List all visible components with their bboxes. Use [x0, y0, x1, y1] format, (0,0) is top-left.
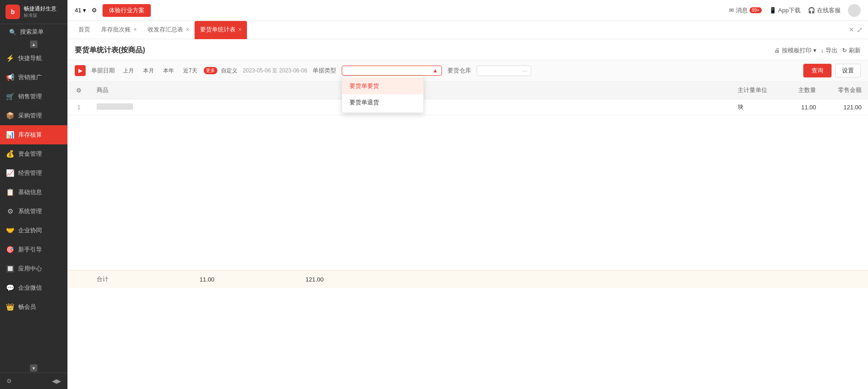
close-all-icon[interactable]: × — [849, 25, 854, 35]
print-button[interactable]: 🖨 按模板打印 ▾ — [774, 46, 817, 55]
phone-icon: 📱 — [769, 7, 776, 14]
search-icon: 🔍 — [9, 29, 16, 36]
nav-icon-8: ⚙ — [5, 207, 15, 216]
search-menu-item[interactable]: 🔍 搜索菜单 — [0, 24, 67, 40]
app-download-label: App下载 — [778, 6, 801, 15]
sidebar-item-企业微信[interactable]: 💬企业微信 — [0, 278, 67, 297]
main-table: ⚙ 商品 主计量单位 主数量 零售金额 1 块 11.00 121.00 — [67, 82, 868, 115]
nav-label-3: 采购管理 — [18, 112, 42, 120]
store-selector[interactable]: 41 ▾ — [75, 7, 86, 14]
refresh-button[interactable]: ↻ 刷新 — [842, 46, 861, 55]
table-header-row: ⚙ 商品 主计量单位 主数量 零售金额 — [67, 82, 868, 99]
headset-icon: 🎧 — [808, 7, 815, 14]
warehouse-label: 要货仓库 — [447, 67, 471, 75]
cell-unit-0: 块 — [731, 99, 777, 115]
page-actions: 🖨 按模板打印 ▾ ↓ 导出 ↻ 刷新 — [774, 46, 861, 55]
nav-label-1: 营销推广 — [18, 73, 42, 82]
app-download-item[interactable]: 📱 App下载 — [769, 6, 801, 15]
sidebar-item-销售管理[interactable]: 🛒销售管理 — [0, 87, 67, 106]
sidebar-item-采购管理[interactable]: 📦采购管理 — [0, 106, 67, 125]
table-spacer — [67, 115, 868, 270]
tab-close-1[interactable]: × — [134, 26, 137, 33]
sidebar-item-快捷导航[interactable]: ⚡快捷导航 — [0, 49, 67, 68]
filter-toggle-btn[interactable]: ▶ — [75, 65, 86, 76]
sidebar-item-系统管理[interactable]: ⚙系统管理 — [0, 202, 67, 221]
date-7days-btn[interactable]: 近7天 — [180, 66, 200, 76]
print-chevron-icon: ▾ — [813, 47, 817, 54]
tab-1[interactable]: 库存批次账× — [96, 21, 142, 39]
date-custom-btn[interactable]: 自定义 — [221, 67, 237, 75]
sidebar-item-企业协同[interactable]: 🤝企业协同 — [0, 221, 67, 240]
nav-icon-4: 📊 — [5, 130, 15, 139]
filter-dates: 上月 本月 本年 近7天 更多 自定义 — [120, 66, 237, 76]
date-more-badge[interactable]: 更多 — [204, 67, 217, 74]
nav-icon-13: 👑 — [5, 302, 15, 312]
sidebar-item-基础信息[interactable]: 📋基础信息 — [0, 183, 67, 202]
sidebar: b 畅捷通好生意 标准版 🔍 搜索菜单 ▲ ⚡快捷导航📢营销推广🛒销售管理📦采购… — [0, 0, 67, 389]
tab-close-2[interactable]: × — [186, 26, 189, 33]
cell-qty-0: 11.00 — [777, 99, 822, 115]
header-left: 41 ▾ ⚙ 体验行业方案 — [75, 4, 151, 17]
th-amount: 零售金额 — [822, 82, 868, 99]
tab-0[interactable]: 首页 — [73, 21, 96, 39]
export-button[interactable]: ↓ 导出 — [821, 46, 838, 55]
scroll-up-btn[interactable]: ▲ — [30, 41, 37, 48]
table-settings-icon[interactable]: ⚙ — [76, 87, 82, 94]
sidebar-item-库存核算[interactable]: 📊库存核算 — [0, 125, 67, 144]
app-name: 畅捷通好生意 — [24, 5, 56, 13]
scroll-down-btn[interactable]: ▼ — [30, 364, 37, 372]
sidebar-item-经营管理[interactable]: 📈经营管理 — [0, 164, 67, 183]
nav-label-13: 畅会员 — [18, 303, 36, 311]
messages-badge: 99+ — [750, 7, 762, 13]
th-qty: 主数量 — [777, 82, 822, 99]
dropdown-item-1[interactable]: 要货单退货 — [342, 94, 423, 111]
tab-2[interactable]: 收发存汇总表× — [142, 21, 195, 39]
user-avatar[interactable] — [848, 4, 861, 17]
date-label: 单据日期 — [91, 67, 115, 75]
sidebar-item-营销推广[interactable]: 📢营销推广 — [0, 68, 67, 87]
online-service-item[interactable]: 🎧 在线客服 — [808, 6, 841, 15]
print-label: 按模板打印 — [782, 46, 812, 55]
date-range-display: 2023-05-06 至 2023-06-06 — [243, 67, 307, 75]
dropdown-item-0[interactable]: 要货单要货 — [342, 78, 423, 94]
sidebar-settings-icon[interactable]: ⚙ — [6, 378, 12, 384]
export-label: 导出 — [826, 46, 837, 55]
query-button[interactable]: 查询 — [803, 64, 832, 77]
page-title: 要货单统计表(按商品) — [75, 46, 145, 55]
nav-icon-2: 🛒 — [5, 92, 15, 101]
type-select[interactable]: ▲ — [342, 66, 442, 76]
print-icon: 🖨 — [774, 47, 780, 54]
expand-icon[interactable]: ⤢ — [857, 26, 863, 34]
nav-icon-9: 🤝 — [5, 226, 15, 235]
messages-label: 消息 — [736, 6, 748, 15]
sidebar-item-畅会员[interactable]: 👑畅会员 — [0, 297, 67, 317]
trial-button[interactable]: 体验行业方案 — [103, 4, 151, 17]
tab-close-3[interactable]: × — [238, 26, 241, 33]
message-icon: ✉ — [729, 7, 734, 14]
th-settings: ⚙ — [67, 82, 90, 99]
settings-gear-icon[interactable]: ⚙ — [92, 7, 97, 14]
set-button[interactable]: 设置 — [835, 64, 861, 77]
th-unit: 主计量单位 — [731, 82, 777, 99]
nav-label-12: 企业微信 — [18, 284, 42, 292]
nav-icon-12: 💬 — [5, 283, 15, 292]
date-prev-month-btn[interactable]: 上月 — [120, 66, 137, 76]
tabs-bar: 首页库存批次账×收发存汇总表×要货单统计表××⤢ — [67, 21, 868, 39]
sidebar-item-应用中心[interactable]: 🔲应用中心 — [0, 259, 67, 278]
sidebar-item-新手引导[interactable]: 🎯新手引导 — [0, 240, 67, 259]
chevron-down-icon: ▾ — [83, 7, 86, 14]
date-this-month-btn[interactable]: 本月 — [140, 66, 157, 76]
tab-label-1: 库存批次账 — [101, 26, 131, 34]
tab-3[interactable]: 要货单统计表× — [195, 21, 247, 39]
messages-item[interactable]: ✉ 消息 99+ — [729, 6, 762, 15]
logo-area: b 畅捷通好生意 标准版 — [0, 0, 67, 24]
warehouse-select[interactable]: ··· — [477, 66, 531, 76]
page-header: 要货单统计表(按商品) 🖨 按模板打印 ▾ ↓ 导出 ↻ 刷新 — [67, 39, 868, 60]
cell-num-0: 1 — [67, 99, 90, 115]
sidebar-item-资金管理[interactable]: 💰资金管理 — [0, 144, 67, 164]
date-this-year-btn[interactable]: 本年 — [160, 66, 177, 76]
nav-label-6: 经营管理 — [18, 169, 42, 177]
nav-icon-7: 📋 — [5, 188, 15, 197]
header-right: ✉ 消息 99+ 📱 App下载 🎧 在线客服 — [729, 4, 861, 17]
sidebar-collapse-icon[interactable]: ◀▶ — [52, 378, 61, 384]
